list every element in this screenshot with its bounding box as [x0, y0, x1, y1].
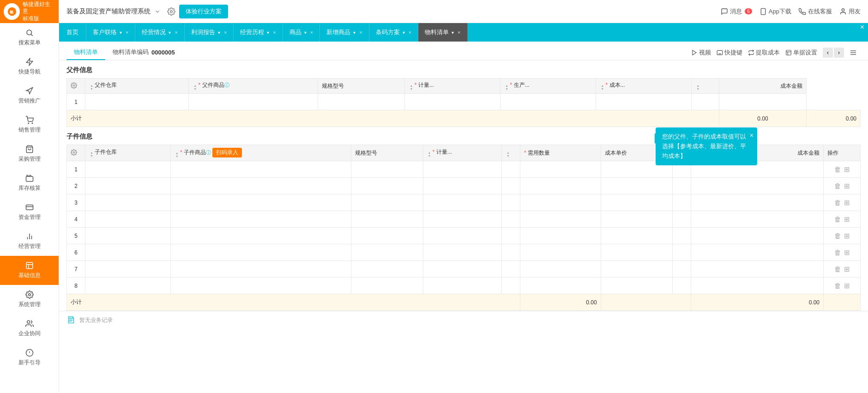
svg-point-21	[170, 10, 173, 12]
child-row-2-quantity[interactable]	[520, 178, 601, 194]
child-row-1-warehouse[interactable]	[85, 161, 171, 178]
sidebar-label-quick-nav: 快捷导航	[18, 68, 41, 76]
message-badge: 6	[745, 8, 752, 14]
copy-icon-3[interactable]: ⊞	[844, 199, 850, 207]
parent-row-1-unit[interactable]	[405, 94, 500, 110]
single-setting-btn[interactable]: 单据设置	[785, 48, 817, 57]
child-subtotal-quantity: 0.00	[520, 294, 601, 311]
child-row-1-goods[interactable]	[170, 161, 351, 178]
bom-code-label: 物料清单编码	[113, 48, 149, 56]
video-label: 视频	[699, 48, 711, 57]
nav-tab-history[interactable]: 经营历程 ▾×	[234, 23, 283, 42]
child-row-1-spec[interactable]	[351, 161, 423, 178]
nav-tab-home[interactable]: 首页	[59, 23, 86, 42]
child-row-2-spec[interactable]	[351, 178, 423, 194]
parent-row-1-cost[interactable]	[596, 94, 692, 110]
delete-icon-7[interactable]: 🗑	[834, 265, 841, 273]
nav-tab-goods[interactable]: 商品 ▾×	[283, 23, 320, 42]
sidebar-item-quick-nav[interactable]: 快捷导航	[0, 52, 59, 81]
child-row-2-goods[interactable]	[170, 178, 351, 194]
child-row-2-unit[interactable]	[423, 178, 501, 194]
child-row-1-quantity[interactable]	[520, 161, 601, 178]
message-btn[interactable]: 消息 6	[721, 7, 752, 16]
logo: 畅 畅捷通好生意 标准版	[0, 0, 59, 23]
sidebar-item-enterprise[interactable]: 企业协同	[0, 314, 59, 343]
svg-rect-13	[26, 262, 33, 269]
child-row-3: 3 🗑⊞	[67, 194, 861, 211]
system-title: 装备及固定资产辅助管理系统	[66, 7, 151, 16]
nav-tab-operations[interactable]: 经营情况 ▾×	[135, 23, 184, 42]
sidebar: 畅 畅捷通好生意 标准版 搜索菜单 快捷导航 营销推广 销售管理 采购管理 库存…	[0, 0, 59, 393]
settings-icon[interactable]	[167, 7, 175, 16]
sidebar-item-marketing[interactable]: 营销推广	[0, 81, 59, 110]
delete-icon-1[interactable]: 🗑	[834, 165, 841, 173]
app-download-label: App下载	[769, 7, 791, 16]
parent-section-title: 父件信息	[66, 66, 861, 74]
parent-row-1-warehouse[interactable]	[85, 94, 189, 110]
copy-icon-5[interactable]: ⊞	[844, 232, 850, 240]
parent-row-1-goods[interactable]	[189, 94, 318, 110]
copy-icon-2[interactable]: ⊞	[844, 182, 850, 190]
sidebar-item-sales[interactable]: 销售管理	[0, 110, 59, 139]
user-btn[interactable]: 用友	[839, 7, 861, 16]
message-label: 消息	[730, 7, 742, 16]
bom-code-value: 0000005	[151, 49, 175, 56]
parent-row-1-spec[interactable]	[318, 94, 405, 110]
logo-icon: 畅	[4, 3, 20, 20]
add-record-icon[interactable]: 🖹	[66, 315, 76, 326]
parent-row-1: 1	[67, 94, 861, 110]
nav-tab-bom[interactable]: 物料清单 ▾×	[418, 23, 467, 42]
svg-point-24	[842, 9, 844, 11]
parent-row-1-production[interactable]	[500, 94, 596, 110]
copy-icon-1[interactable]: ⊞	[844, 165, 850, 174]
delete-icon-4[interactable]: 🗑	[834, 215, 841, 223]
video-btn[interactable]: 视频	[691, 48, 711, 57]
child-row-2-amount[interactable]	[691, 178, 824, 194]
sidebar-item-operations[interactable]: 经营管理	[0, 227, 59, 256]
nav-tabs: 首页 客户联络 ▾× 经营情况 ▾× 利润报告 ▾× 经营历程 ▾× 商品 ▾×…	[59, 23, 868, 42]
child-row-2-unit-cost[interactable]	[601, 178, 672, 194]
delete-icon-3[interactable]: 🗑	[834, 199, 841, 206]
prev-page-btn[interactable]: ‹	[823, 48, 833, 58]
child-row-1-unit[interactable]	[423, 161, 501, 178]
svg-marker-25	[693, 50, 696, 55]
nav-tab-customer[interactable]: 客户联络 ▾×	[86, 23, 135, 42]
shortcut-btn[interactable]: 快捷键	[717, 48, 742, 57]
sidebar-item-search[interactable]: 搜索菜单	[0, 23, 59, 52]
main-content: 装备及固定资产辅助管理系统 体验行业方案 消息 6 App下载 在线客服 用友	[59, 0, 868, 393]
parent-row-1-num: 1	[67, 94, 85, 110]
copy-icon-6[interactable]: ⊞	[844, 248, 850, 257]
sidebar-item-purchase[interactable]: 采购管理	[0, 139, 59, 169]
child-row-1-extra	[502, 161, 520, 178]
scan-btn[interactable]: 扫码录入	[212, 148, 242, 157]
app-download-btn[interactable]: App下载	[760, 7, 791, 16]
copy-icon-7[interactable]: ⊞	[844, 265, 850, 273]
nav-tab-profit[interactable]: 利润报告 ▾×	[185, 23, 234, 42]
delete-icon-2[interactable]: 🗑	[834, 182, 841, 190]
dropdown-icon[interactable]	[154, 8, 161, 15]
sidebar-item-basic-info[interactable]: 基础信息	[0, 256, 59, 285]
tooltip-close-btn[interactable]: ×	[750, 130, 753, 140]
sidebar-item-inventory[interactable]: 库存核算	[0, 169, 59, 198]
experience-btn[interactable]: 体验行业方案	[179, 5, 228, 18]
menu-btn[interactable]	[850, 49, 857, 56]
sub-tab-bom-list[interactable]: 物料清单	[66, 45, 105, 60]
next-page-btn[interactable]: ›	[834, 48, 844, 58]
extract-cost-btn[interactable]: 提取成本	[748, 48, 780, 57]
parent-row-1-amount[interactable]	[719, 94, 807, 110]
close-all-tabs[interactable]: ×	[856, 23, 868, 42]
copy-icon-8[interactable]: ⊞	[844, 282, 850, 290]
online-service-btn[interactable]: 在线客服	[799, 7, 832, 16]
sidebar-item-system[interactable]: 系统管理	[0, 285, 59, 314]
nav-tab-new-goods[interactable]: 新增商品 ▾×	[320, 23, 369, 42]
sidebar-item-guide[interactable]: 新手引导	[0, 343, 59, 372]
child-row-2-warehouse[interactable]	[85, 178, 171, 194]
sidebar-label-sales: 销售管理	[18, 126, 41, 134]
nav-tab-barcode[interactable]: 条码方案 ▾×	[369, 23, 418, 42]
sub-tab-bom-code[interactable]: 物料清单编码 0000005	[105, 45, 182, 60]
sidebar-item-finance[interactable]: 资金管理	[0, 198, 59, 227]
copy-icon-4[interactable]: ⊞	[844, 215, 850, 224]
delete-icon-5[interactable]: 🗑	[834, 232, 841, 240]
delete-icon-6[interactable]: 🗑	[834, 248, 841, 256]
delete-icon-8[interactable]: 🗑	[834, 282, 841, 290]
